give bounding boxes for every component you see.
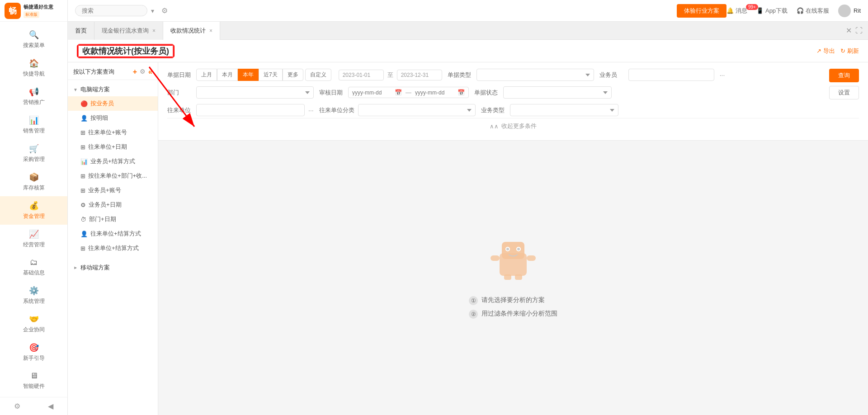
- tab-collection-label: 收款情况统计: [170, 27, 206, 35]
- scheme-item-unit-settlement-1[interactable]: 👤 往来单位+结算方式: [68, 226, 158, 241]
- bell-icon: 🔔: [726, 7, 734, 14]
- scheme-item-salesperson-settlement[interactable]: 📊 业务员+结算方式: [68, 154, 158, 169]
- content-area: 按以下方案查询 + ⚙ « ▼ 电脑端方案 🔴 按业务员 👤: [68, 62, 868, 415]
- scheme-item-label-0: 按业务员: [90, 99, 114, 108]
- topbar: ▾ ⚙ 体验行业方案 🔔 消息 99+ 📱 App下载 🎧 在线客服 Rit: [68, 0, 868, 22]
- sidebar-item-hardware[interactable]: 🖥 智能硬件: [0, 367, 67, 395]
- topbar-online-service[interactable]: 🎧 在线客服: [797, 7, 829, 15]
- sidebar-item-inventory[interactable]: 📦 库存核算: [0, 168, 67, 196]
- scheme-item-icon-10: ⊞: [80, 245, 85, 252]
- scheme-item-salesperson-date[interactable]: ⚙ 业务员+日期: [68, 198, 158, 212]
- date-btn-this-month[interactable]: 本月: [217, 69, 238, 81]
- review-date-icon-2[interactable]: 📅: [458, 89, 465, 96]
- add-scheme-btn[interactable]: +: [133, 68, 137, 76]
- basic-icon: 🗂: [30, 258, 38, 267]
- sidebar-item-basic[interactable]: 🗂 基础信息: [0, 253, 67, 281]
- scheme-item-label-3: 往来单位+日期: [88, 143, 127, 151]
- sidebar-item-shortcut[interactable]: 🏠 快捷导航: [0, 54, 67, 82]
- date-start-input[interactable]: [339, 70, 384, 80]
- topbar-notifications[interactable]: 🔔 消息 99+: [726, 7, 747, 15]
- tab-collection[interactable]: 收款情况统计 ×: [163, 22, 220, 40]
- scheme-item-unit-date[interactable]: ⊞ 往来单位+日期: [68, 140, 158, 154]
- tab-bank[interactable]: 现金银行流水查询 ×: [94, 22, 163, 40]
- topbar-search-input[interactable]: [75, 5, 147, 16]
- scheme-group-desktop-title[interactable]: ▼ 电脑端方案: [68, 83, 158, 96]
- scheme-group-mobile-title[interactable]: ▼ 移动端方案: [68, 261, 158, 274]
- date-end-input[interactable]: [397, 70, 442, 80]
- sidebar-item-purchase[interactable]: 🛒 采购管理: [0, 139, 67, 168]
- tab-close-all-icon[interactable]: ✕: [846, 26, 852, 35]
- sidebar-item-marketing[interactable]: 📢 营销推广: [0, 82, 67, 111]
- date-btn-7days[interactable]: 近7天: [259, 69, 283, 81]
- sidebar-item-search[interactable]: 🔍 搜索菜单: [0, 25, 67, 54]
- topbar-app-download[interactable]: 📱 App下载: [756, 7, 788, 15]
- review-date-range: 📅 — 📅: [348, 87, 469, 98]
- sidebar-settings-btn[interactable]: ⚙: [14, 402, 20, 410]
- app-download-label: App下载: [765, 7, 788, 15]
- topbar-gear-icon[interactable]: ⚙: [161, 6, 168, 15]
- counterpart-dots-btn[interactable]: ···: [308, 107, 314, 114]
- refresh-icon: ↻: [840, 47, 845, 54]
- review-date-end-input[interactable]: [415, 90, 456, 96]
- sidebar-collapse-btn[interactable]: ◀: [48, 402, 53, 410]
- filter-voucher-status-item: 单据状态: [474, 86, 612, 99]
- salesperson-input[interactable]: [628, 69, 714, 81]
- date-btn-custom[interactable]: 自定义: [305, 69, 331, 81]
- review-date-icon-1[interactable]: 📅: [395, 89, 402, 96]
- counterpart-category-label: 往来单位分类: [319, 106, 354, 114]
- salesperson-more-icon[interactable]: ···: [720, 71, 725, 79]
- topbar-dropdown-icon[interactable]: ▾: [151, 7, 154, 14]
- date-btn-last-month[interactable]: 上月: [196, 69, 217, 81]
- filter-counterpart-item: 往来单位 ···: [167, 104, 314, 116]
- scheme-item-salesperson-account[interactable]: ⊞ 业务员+账号: [68, 183, 158, 198]
- tab-bank-close[interactable]: ×: [152, 28, 156, 34]
- svg-point-4: [506, 248, 509, 250]
- scheme-item-dept-date[interactable]: ⏱ 部门+日期: [68, 212, 158, 226]
- sales-icon: 📊: [29, 115, 39, 125]
- tab-home[interactable]: 首页: [68, 22, 94, 40]
- sidebar-item-system[interactable]: ⚙️ 系统管理: [0, 281, 67, 310]
- filter-row-1: 单据日期 上月 本月 本年 近7天 更多 自定义: [167, 69, 820, 81]
- topbar-user-area[interactable]: Rit: [838, 5, 861, 17]
- date-btn-this-year[interactable]: 本年: [238, 69, 259, 81]
- review-date-label: 审核日期: [319, 89, 344, 97]
- review-date-start-input[interactable]: [352, 90, 393, 96]
- svg-point-5: [517, 248, 520, 250]
- page-header-actions: ↗ 导出 ↻ 刷新: [816, 47, 859, 55]
- sidebar-label-inventory: 库存核算: [23, 184, 45, 192]
- filter-settings-btn[interactable]: 设置: [829, 86, 859, 99]
- refresh-btn[interactable]: ↻ 刷新: [840, 47, 859, 55]
- sidebar-item-enterprise[interactable]: 🤝 企业协同: [0, 310, 67, 338]
- scheme-item-by-salesperson[interactable]: 🔴 按业务员: [68, 96, 158, 111]
- scheme-settings-btn[interactable]: ⚙: [140, 68, 146, 76]
- tab-maximize-icon[interactable]: ⛶: [855, 27, 863, 35]
- svg-rect-9: [515, 274, 522, 280]
- voucher-status-select[interactable]: [503, 86, 612, 99]
- sidebar-item-guide[interactable]: 🎯 新手引导: [0, 338, 67, 367]
- sidebar-item-operation[interactable]: 📈 经营管理: [0, 225, 67, 253]
- tab-collection-close[interactable]: ×: [209, 28, 212, 34]
- hardware-icon: 🖥: [30, 371, 38, 381]
- filter-counterpart-category-item: 往来单位分类: [319, 104, 476, 116]
- collapse-btn[interactable]: ∧∧ 收起更多条件: [167, 118, 859, 134]
- counterpart-category-select[interactable]: [358, 104, 476, 116]
- scheme-item-unit-dept-collect[interactable]: ⊞ 按往来单位+部门+收...: [68, 169, 158, 183]
- voucher-type-select[interactable]: [476, 69, 594, 81]
- sidebar-item-finance[interactable]: 💰 资金管理: [0, 196, 67, 225]
- trial-btn[interactable]: 体验行业方案: [677, 4, 726, 18]
- business-type-select[interactable]: [510, 104, 618, 116]
- filter-salesperson-item: 业务员 ···: [599, 69, 725, 81]
- scheme-item-unit-account[interactable]: ⊞ 往来单位+账号: [68, 125, 158, 140]
- scheme-collapse-btn[interactable]: «: [148, 68, 152, 76]
- query-actions: 查询 设置: [829, 69, 859, 99]
- counterpart-input[interactable]: [196, 104, 305, 116]
- scheme-item-unit-settlement-2[interactable]: ⊞ 往来单位+结算方式: [68, 241, 158, 255]
- marketing-icon: 📢: [29, 87, 39, 97]
- svg-rect-7: [527, 255, 536, 261]
- date-btn-more[interactable]: 更多: [283, 69, 303, 81]
- query-btn[interactable]: 查询: [829, 69, 859, 82]
- sidebar-item-sales[interactable]: 📊 销售管理: [0, 111, 67, 139]
- dept-select[interactable]: [196, 86, 314, 99]
- export-btn[interactable]: ↗ 导出: [816, 47, 835, 55]
- scheme-item-detail[interactable]: 👤 按明细: [68, 111, 158, 125]
